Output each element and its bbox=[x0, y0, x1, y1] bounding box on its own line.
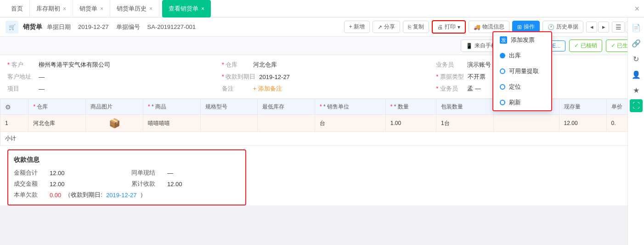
address-field: 客户地址 — bbox=[7, 73, 208, 81]
due-closing-paren: ） bbox=[140, 191, 146, 199]
product-image-icon: 📦 bbox=[109, 118, 120, 128]
dropdown-available-extract[interactable]: 可用量提取 bbox=[493, 63, 551, 79]
amount-total-value: 12.00 bbox=[50, 170, 65, 177]
list-view-button[interactable]: ☰ bbox=[612, 22, 625, 33]
cell-spec bbox=[200, 115, 258, 132]
history-icon: 🕐 bbox=[548, 24, 554, 30]
col-stock: 现存量 bbox=[559, 99, 606, 115]
customer-value: 柳州粤港平安气体有限公司 bbox=[39, 61, 110, 69]
canceled-button[interactable]: ✓ 已核销 bbox=[569, 40, 602, 52]
doc-date-label: 单据日期 bbox=[47, 23, 71, 31]
col-product: * 商品 bbox=[143, 99, 200, 115]
copy-icon: ⎘ bbox=[408, 24, 411, 30]
gear-icon[interactable]: ⚙ bbox=[5, 103, 11, 111]
employee-value: 演示账号 bbox=[467, 61, 491, 69]
warehouse-label: 仓库 bbox=[222, 61, 249, 69]
toolbar-actions: + 新增 ↗ 分享 ⎘ 复制 🖨 打印 ▾ 🚚 物流信息 bbox=[344, 20, 638, 34]
doc-type-label: 销货单 bbox=[23, 23, 42, 31]
locate-icon bbox=[500, 84, 505, 90]
cell-warehouse: 河北仓库 bbox=[28, 115, 86, 132]
tab-home[interactable]: 首页 bbox=[5, 0, 30, 17]
tab-close-view-sales-order[interactable]: × bbox=[201, 6, 204, 12]
cell-pack-qty: 1台 bbox=[436, 115, 494, 132]
warehouse-value: 河北仓库 bbox=[253, 61, 277, 69]
payment-due: 本单欠款 0.00 （收款到期日: 2019-12-27 ） bbox=[14, 191, 240, 199]
same-order-label: 同单现结 bbox=[131, 169, 164, 177]
tab-close-sales-order[interactable]: × bbox=[100, 6, 103, 12]
tab-sales-order-history[interactable]: 销货单历史 × bbox=[110, 0, 159, 17]
logistics-icon: 🚚 bbox=[474, 24, 480, 30]
prev-arrow[interactable]: ◂ bbox=[586, 22, 597, 33]
payment-cumulative: 累计收款 12.00 bbox=[131, 180, 240, 188]
cell-stock: 12.00 bbox=[559, 115, 606, 132]
due-date-value: 2019-12-27 bbox=[106, 192, 137, 199]
doc-number-value: SA-20191227-001 bbox=[147, 23, 196, 30]
dropdown-refresh[interactable]: 刷新 bbox=[493, 95, 551, 110]
sidebar-link-icon[interactable]: 🔗 bbox=[630, 37, 643, 50]
window-close-button[interactable]: × bbox=[634, 4, 639, 13]
tab-close-inventory-init[interactable]: × bbox=[63, 6, 66, 12]
cell-min-stock bbox=[258, 115, 315, 132]
sidebar-doc-icon[interactable]: 📄 bbox=[630, 21, 643, 34]
employee2-value: 孟 — bbox=[467, 85, 481, 93]
transaction-label: 成交金额 bbox=[14, 180, 46, 188]
operation-icon: ⊞ bbox=[517, 24, 522, 30]
tab-inventory-init[interactable]: 库存期初 × bbox=[30, 0, 73, 17]
col-gear: ⚙ bbox=[0, 99, 28, 115]
notes-label: 备注 bbox=[222, 85, 249, 93]
bill-type-value: 不开票 bbox=[468, 73, 486, 81]
doc-icon-symbol: 🛒 bbox=[9, 24, 16, 30]
col-pack-qty: 包装数量 bbox=[436, 99, 494, 115]
next-arrow[interactable]: ▸ bbox=[598, 22, 609, 33]
nav-arrows: ◂ ▸ bbox=[586, 22, 609, 33]
employee-label: 业务员 bbox=[436, 61, 463, 69]
print-dropdown-arrow: ▾ bbox=[458, 24, 460, 30]
col-quantity: * 数量 bbox=[385, 99, 436, 115]
tab-sales-order[interactable]: 销货单 × bbox=[73, 0, 110, 17]
cell-row-num: 1 bbox=[0, 115, 28, 132]
tab-close-sales-order-history[interactable]: × bbox=[149, 6, 153, 12]
refresh-icon bbox=[500, 100, 505, 105]
available-extract-label: 可用量提取 bbox=[509, 67, 539, 75]
sidebar-star-icon[interactable]: ★ bbox=[630, 84, 643, 97]
sidebar-user-icon[interactable]: 👤 bbox=[630, 68, 643, 81]
due-label: 本单欠款 bbox=[14, 191, 46, 199]
copy-button[interactable]: ⎘ 复制 bbox=[403, 21, 429, 33]
doc-meta: 单据日期 2019-12-27 单据编号 SA-20191227-001 bbox=[47, 23, 196, 31]
doc-date-value: 2019-12-27 bbox=[78, 23, 109, 30]
print-button[interactable]: 🖨 打印 ▾ bbox=[432, 20, 466, 34]
payment-info-box: 收款信息 金额合计 12.00 同单现结 — 成交金额 12.00 累计收款 1… bbox=[7, 149, 246, 205]
payment-info-title: 收款信息 bbox=[14, 156, 240, 164]
payment-amount-total: 金额合计 12.00 bbox=[14, 169, 122, 177]
sidebar-expand-icon[interactable]: ⛶ bbox=[630, 99, 643, 112]
cell-quantity: 1.00 bbox=[385, 115, 436, 132]
col-sales-unit: * 销售单位 bbox=[315, 99, 386, 115]
dropdown-add-invoice[interactable]: 发 添加发票 bbox=[493, 32, 551, 48]
warehouse-field: 仓库 河北仓库 bbox=[222, 61, 423, 69]
notes-add-button[interactable]: + 添加备注 bbox=[253, 85, 282, 93]
cumulative-label: 累计收款 bbox=[131, 180, 164, 188]
share-button[interactable]: ↗ 分享 bbox=[373, 21, 400, 33]
new-button[interactable]: + 新增 bbox=[344, 21, 370, 33]
cell-available bbox=[493, 115, 559, 132]
col-warehouse: 仓库 bbox=[28, 99, 86, 115]
col-min-stock: 最低库存 bbox=[258, 99, 315, 115]
project-label: 项目 bbox=[7, 85, 35, 93]
right-sidebar: 📄 🔗 ↻ 👤 ★ ⛶ bbox=[627, 17, 644, 209]
sidebar-refresh-icon[interactable]: ↻ bbox=[630, 52, 643, 65]
share-icon: ↗ bbox=[378, 24, 382, 30]
cell-sales-unit: 台 bbox=[315, 115, 386, 132]
tab-view-sales-order[interactable]: 查看销货单 × bbox=[162, 0, 211, 17]
notes-field: 备注 + 添加备注 bbox=[222, 85, 423, 93]
payment-same-order: 同单现结 — bbox=[131, 169, 240, 177]
dropdown-locate[interactable]: 定位 bbox=[493, 79, 551, 95]
refresh-label: 刷新 bbox=[509, 98, 521, 107]
dropdown-outbound[interactable]: 出库 bbox=[493, 48, 551, 63]
locate-label: 定位 bbox=[509, 83, 521, 91]
project-field: 项目 — bbox=[7, 85, 208, 93]
payment-transaction: 成交金额 12.00 bbox=[14, 180, 122, 188]
transaction-value: 12.00 bbox=[50, 181, 65, 188]
table-row: 1 河北仓库 📦 嘻嘻嘻嘻 台 1.00 1台 12.00 0. bbox=[0, 115, 644, 132]
cell-product: 嘻嘻嘻嘻 bbox=[143, 115, 200, 132]
add-invoice-icon: 发 bbox=[500, 36, 507, 44]
